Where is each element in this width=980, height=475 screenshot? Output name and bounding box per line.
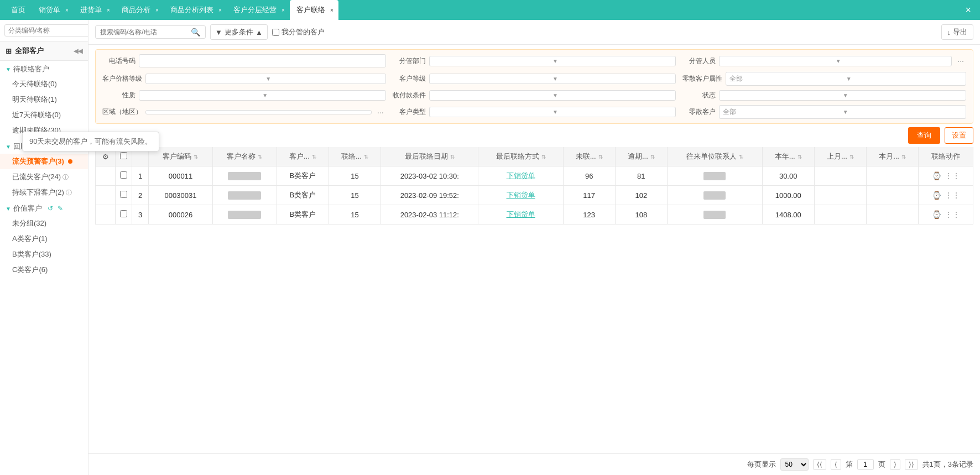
row-checkbox-1[interactable]	[120, 191, 127, 198]
filter-select-region[interactable]	[145, 110, 372, 114]
td-action-2[interactable]: ⌚ ⋮⋮	[919, 205, 973, 225]
table-footer: 每页显示 50 10 20 100 ⟨⟨ ⟨ 第 页 ⟩ ⟩⟩ 共1页，3条记录	[88, 453, 980, 475]
page-label: 第	[846, 460, 853, 469]
filter-more-btn[interactable]: ▼ 更多条件 ▲	[210, 24, 268, 40]
sidebar-item-re-attract[interactable]: 持续下滑客户(2) ⓘ	[0, 185, 88, 200]
action-more-icon-1[interactable]: ⋮⋮	[945, 191, 960, 200]
action-more-icon-2[interactable]: ⋮⋮	[945, 210, 960, 219]
tab-product-analysis-list[interactable]: 商品分析列表 ×	[164, 0, 227, 20]
th-this-month[interactable]: 本月... ⇅	[866, 147, 918, 166]
sidebar-item-tomorrow-pending[interactable]: 明天待联络(1)	[0, 92, 88, 107]
filter-select-payment[interactable]: ▼	[429, 90, 676, 101]
filter-select-price-tier[interactable]: ▼	[145, 74, 386, 84]
filter-field-customer-tier: 客户等级 ▼	[393, 74, 676, 84]
sidebar-all-customers[interactable]: ⊞ 全部客户 ◀◀	[0, 41, 88, 61]
query-btn[interactable]: 查询	[908, 127, 940, 144]
value-refresh-icon[interactable]: ↺	[48, 205, 53, 212]
filter-select-nature[interactable]: ▼	[139, 90, 386, 101]
last-method-link-2[interactable]: 下销货单	[507, 210, 535, 218]
filter-input-phone[interactable]	[139, 54, 386, 67]
th-this-year[interactable]: 本年... ⇅	[762, 147, 814, 166]
sort-icon-last-date: ⇅	[450, 154, 455, 160]
filter-select-status[interactable]: ▼	[719, 90, 966, 101]
filter-my-customers[interactable]: 我分管的客户	[272, 27, 325, 37]
th-last-method[interactable]: 最后联络方式 ⇅	[478, 147, 563, 166]
last-method-link-0[interactable]: 下销货单	[507, 171, 535, 180]
page-last-btn[interactable]: ⟩⟩	[905, 459, 918, 470]
row-checkbox-0[interactable]	[120, 171, 127, 179]
tab-customer-tier[interactable]: 客户分层经营 ×	[227, 0, 290, 20]
tab-home[interactable]: 首页	[4, 0, 32, 20]
window-close-btn[interactable]: ×	[961, 4, 976, 16]
td-last-method-1[interactable]: 下销货单	[478, 186, 563, 205]
th-contacts[interactable]: 联络... ⇅	[329, 147, 380, 166]
tab-purchase[interactable]: 进货单 ×	[74, 0, 115, 20]
filter-select-person[interactable]: ▼	[719, 56, 952, 66]
td-checkbox-1[interactable]	[116, 186, 132, 205]
tab-sales[interactable]: 销货单 ×	[32, 0, 74, 20]
row-checkbox-2[interactable]	[120, 210, 127, 217]
th-last-month[interactable]: 上月... ⇅	[814, 147, 866, 166]
sidebar-item-already-lost[interactable]: 已流失客户(24) ⓘ	[0, 169, 88, 185]
action-more-icon-0[interactable]: ⋮⋮	[945, 171, 960, 180]
tab-customer-tier-close[interactable]: ×	[279, 6, 288, 14]
td-action-1[interactable]: ⌚ ⋮⋮	[919, 186, 973, 205]
sidebar-group-value[interactable]: ▼ 价值客户 ↺ ✎	[0, 200, 88, 216]
th-unit-contact[interactable]: 往来单位联系人 ⇅	[667, 147, 762, 166]
filter-region-more[interactable]: ···	[375, 108, 386, 117]
sidebar-search-input[interactable]	[4, 24, 88, 36]
td-checkbox-2[interactable]	[116, 205, 132, 225]
settings-icon-th[interactable]: ⚙	[102, 153, 109, 161]
th-overdue[interactable]: 逾期... ⇅	[615, 147, 667, 166]
th-not-contacted[interactable]: 未联... ⇅	[563, 147, 615, 166]
my-customers-checkbox[interactable]	[272, 29, 279, 36]
sort-icon-contacts: ⇅	[364, 154, 368, 160]
sidebar-item-churn-warning[interactable]: 流失预警客户(3)	[0, 154, 88, 169]
tab-customer-contact[interactable]: 客户联络 ×	[290, 0, 338, 20]
last-method-link-1[interactable]: 下销货单	[507, 191, 535, 199]
filter-select-zero-attr[interactable]: 全部 ▼	[726, 72, 966, 86]
table-row: 1 000011 B类客户 15 2023-03-02 10:30: 下销货单 …	[96, 166, 973, 186]
filter-person-more[interactable]: ···	[955, 56, 966, 65]
td-last-method-0[interactable]: 下销货单	[478, 166, 563, 186]
tab-purchase-close[interactable]: ×	[104, 6, 113, 14]
filter-search-input[interactable]	[100, 28, 189, 36]
tab-product-analysis-list-close[interactable]: ×	[216, 6, 225, 14]
action-link-icon-1[interactable]: ⌚	[932, 191, 941, 200]
export-btn[interactable]: ↓ 导出	[941, 24, 974, 40]
page-size-select[interactable]: 50 10 20 100	[780, 458, 809, 471]
tab-home-label: 首页	[11, 5, 25, 15]
page-prev-btn[interactable]: ⟨	[831, 459, 841, 470]
th-tier[interactable]: 客户... ⇅	[277, 147, 329, 166]
tab-product-analysis[interactable]: 商品分析 ×	[115, 0, 164, 20]
tab-product-analysis-close[interactable]: ×	[153, 6, 161, 14]
page-input[interactable]	[857, 459, 874, 470]
tab-sales-close[interactable]: ×	[62, 6, 71, 14]
th-last-date[interactable]: 最后联络日期 ⇅	[381, 147, 478, 166]
td-action-0[interactable]: ⌚ ⋮⋮	[919, 166, 973, 186]
sidebar-group-pending[interactable]: ▼ 待联络客户	[0, 61, 88, 76]
action-link-icon-2[interactable]: ⌚	[932, 210, 941, 219]
page-first-btn[interactable]: ⟨⟨	[813, 459, 826, 470]
action-link-icon-0[interactable]: ⌚	[932, 171, 941, 180]
sidebar-item-class-c[interactable]: C类客户(6)	[0, 262, 88, 278]
page-next-btn[interactable]: ⟩	[890, 459, 900, 470]
select-all-checkbox[interactable]	[120, 152, 127, 159]
td-checkbox-0[interactable]	[116, 166, 132, 186]
filter-select-customer-tier[interactable]: ▼	[429, 74, 676, 84]
settings-btn[interactable]: 设置	[945, 127, 973, 144]
sidebar-item-class-a[interactable]: A类客户(1)	[0, 231, 88, 247]
filter-select-zero-customer[interactable]: 全部 ▼	[719, 105, 966, 119]
filter-select-dept[interactable]: ▼	[429, 56, 676, 66]
sidebar-item-week-pending[interactable]: 近7天待联络(0)	[0, 107, 88, 123]
td-unit-contact-1	[667, 186, 762, 205]
sidebar-item-class-b[interactable]: B类客户(33)	[0, 247, 88, 262]
th-name[interactable]: 客户名称 ⇅	[212, 147, 277, 166]
td-last-method-2[interactable]: 下销货单	[478, 205, 563, 225]
value-edit-icon[interactable]: ✎	[58, 205, 63, 212]
sidebar-item-today-pending[interactable]: 今天待联络(0)	[0, 76, 88, 92]
filter-select-customer-type[interactable]: ▼	[429, 107, 676, 117]
tab-customer-contact-close[interactable]: ×	[327, 6, 336, 14]
sidebar-item-unclassified[interactable]: 未分组(32)	[0, 216, 88, 231]
td-settings-2	[96, 205, 116, 225]
